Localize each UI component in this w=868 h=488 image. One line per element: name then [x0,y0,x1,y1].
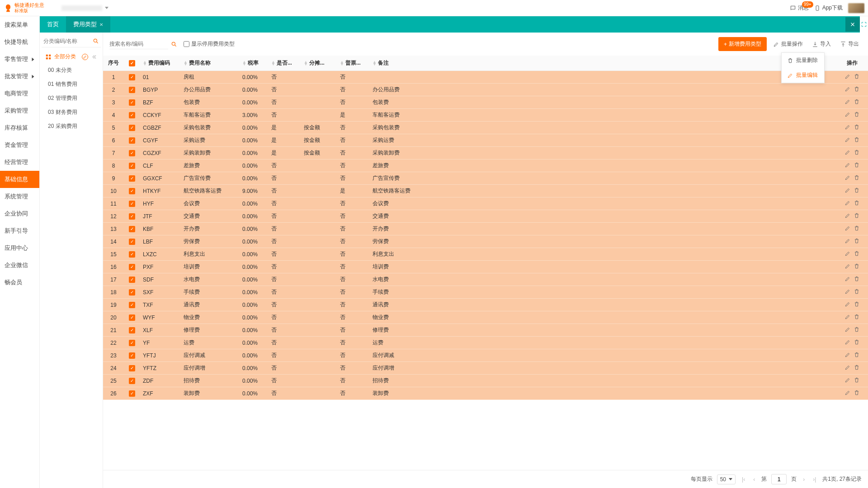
page-size-select[interactable]: 50 [717,474,736,484]
row-checkbox[interactable]: ✓ [129,125,135,131]
cell-checkbox[interactable]: ✓ [124,84,140,96]
row-delete-button[interactable] [854,86,860,92]
row-edit-button[interactable] [844,301,851,307]
sidebar-item-2[interactable]: 零售管理 [0,51,39,68]
row-edit-button[interactable] [844,174,851,181]
cell-checkbox[interactable]: ✓ [124,261,140,273]
cell-checkbox[interactable]: ✓ [124,324,140,337]
sidebar-item-8[interactable]: 经营管理 [0,154,39,171]
sidebar-item-12[interactable]: 新手引导 [0,222,39,239]
category-item-3[interactable]: 03 财务费用 [42,105,101,119]
row-delete-button[interactable] [854,250,860,257]
row-checkbox[interactable]: ✓ [129,251,135,258]
table-row[interactable]: 8✓CLF差旅费0.00%否否差旅费 [103,160,868,172]
sidebar-item-13[interactable]: 应用中心 [0,239,39,257]
cell-checkbox[interactable]: ✓ [124,362,140,375]
tab-0[interactable]: 首页 [40,16,66,33]
row-edit-button[interactable] [844,111,851,117]
org-dropdown[interactable] [58,4,112,13]
row-delete-button[interactable] [854,212,860,219]
row-checkbox[interactable]: ✓ [129,340,135,346]
row-edit-button[interactable] [844,99,851,105]
sidebar-item-7[interactable]: 资金管理 [0,136,39,154]
row-checkbox[interactable]: ✓ [129,87,135,93]
messages-button[interactable]: 消息 99+ [790,4,809,12]
show-disabled-input[interactable] [184,41,189,47]
cell-checkbox[interactable]: ✓ [124,134,140,147]
row-delete-button[interactable] [854,263,860,269]
avatar[interactable] [848,3,864,13]
cell-checkbox[interactable]: ✓ [124,311,140,324]
cell-checkbox[interactable]: ✓ [124,337,140,349]
show-disabled-checkbox[interactable]: 显示停用费用类型 [184,40,235,48]
row-checkbox[interactable]: ✓ [129,289,135,296]
cell-checkbox[interactable]: ✓ [124,210,140,223]
row-delete-button[interactable] [854,238,860,244]
row-edit-button[interactable] [844,200,851,206]
col-ticket[interactable]: ▲▼普票... [337,56,370,71]
row-delete-button[interactable] [854,162,860,168]
sidebar-item-6[interactable]: 库存核算 [0,119,39,136]
sidebar-item-4[interactable]: 电商管理 [0,85,39,102]
table-row[interactable]: 3✓BZF包装费0.00%否否包装费 [103,96,868,109]
table-row[interactable]: 10✓HTKYF航空铁路客运费9.00%否是航空铁路客运费 [103,185,868,197]
table-row[interactable]: 7✓CGZXF采购装卸费0.00%是按金额否采购装卸费 [103,147,868,160]
row-delete-button[interactable] [854,352,860,358]
add-button[interactable]: + 新增费用类型 [718,37,767,51]
table-search-input[interactable] [109,39,168,49]
sidebar-item-10[interactable]: 系统管理 [0,188,39,205]
export-button[interactable]: 导出 [837,38,862,51]
row-edit-button[interactable] [844,124,851,130]
table-row[interactable]: 2✓BGYP办公用品费0.00%否否办公用品费 [103,84,868,96]
table-row[interactable]: 17✓SDF水电费0.00%否否水电费 [103,273,868,286]
row-edit-button[interactable] [844,149,851,155]
category-item-2[interactable]: 02 管理费用 [42,91,101,105]
cell-checkbox[interactable]: ✓ [124,387,140,400]
row-edit-button[interactable] [844,263,851,269]
table-row[interactable]: 16✓PXF培训费0.00%否否培训费 [103,261,868,273]
sidebar-item-5[interactable]: 采购管理 [0,102,39,119]
row-checkbox[interactable]: ✓ [129,314,135,321]
col-remark[interactable]: ▲▼备注 [370,56,836,71]
table-row[interactable]: 20✓WYF物业费0.00%否否物业费 [103,311,868,324]
row-delete-button[interactable] [854,301,860,307]
col-checkbox[interactable]: ✓ [124,56,140,71]
row-edit-button[interactable] [844,136,851,143]
table-row[interactable]: 4✓CCKYF车船客运费3.00%否是车船客运费 [103,109,868,122]
table-row[interactable]: 11✓HYF会议费0.00%否否会议费 [103,197,868,210]
cell-checkbox[interactable]: ✓ [124,286,140,299]
cell-checkbox[interactable]: ✓ [124,299,140,311]
row-edit-button[interactable] [844,212,851,219]
table-row[interactable]: 14✓LBF劳保费0.00%否否劳保费 [103,235,868,248]
row-edit-button[interactable] [844,86,851,92]
row-checkbox[interactable]: ✓ [129,378,135,384]
row-delete-button[interactable] [854,174,860,181]
cell-checkbox[interactable]: ✓ [124,172,140,185]
category-all[interactable]: 全部分类 [42,50,101,63]
app-download-button[interactable]: App下载 [814,4,843,12]
row-delete-button[interactable] [854,288,860,295]
table-row[interactable]: 26✓ZXF装卸费0.00%否否装卸费 [103,387,868,400]
row-delete-button[interactable] [854,377,860,383]
row-edit-button[interactable] [844,225,851,231]
col-alloc[interactable]: ▲▼分摊... [301,56,337,71]
collapse-icon[interactable] [91,54,97,60]
tab-1[interactable]: 费用类型✕ [66,16,110,33]
sidebar-item-15[interactable]: 畅会员 [0,274,39,291]
table-row[interactable]: 9✓GGXCF广告宣传费0.00%否否广告宣传费 [103,172,868,185]
cell-checkbox[interactable]: ✓ [124,185,140,197]
category-item-1[interactable]: 01 销售费用 [42,77,101,91]
row-edit-button[interactable] [844,352,851,358]
row-edit-button[interactable] [844,187,851,193]
row-checkbox[interactable]: ✓ [129,201,135,207]
row-checkbox[interactable]: ✓ [129,302,135,308]
cell-checkbox[interactable]: ✓ [124,109,140,122]
table-row[interactable]: 1✓01房租0.00%否否 [103,71,868,84]
cell-checkbox[interactable]: ✓ [124,71,140,84]
row-edit-button[interactable] [844,238,851,244]
row-edit-button[interactable] [844,250,851,257]
import-button[interactable]: 导入 [809,38,834,51]
row-edit-button[interactable] [844,364,851,371]
batch-button[interactable]: 批量操作 [770,38,806,51]
table-row[interactable]: 25✓ZDF招待费0.00%否否招待费 [103,375,868,387]
